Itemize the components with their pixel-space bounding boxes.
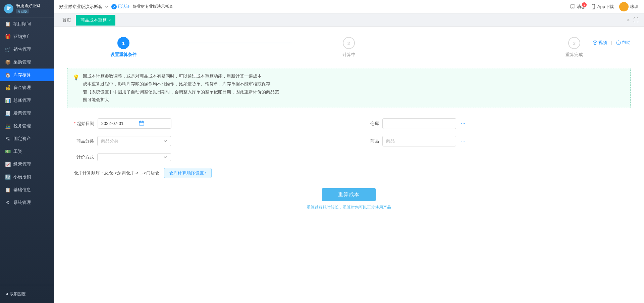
info-bulb-icon: 💡 bbox=[73, 73, 79, 104]
sidebar-item-marketing[interactable]: 🎁 营销推广 bbox=[0, 30, 54, 43]
sidebar-item-project[interactable]: 📋 项目顾问 bbox=[0, 17, 54, 30]
notification-badge-count: 1 bbox=[582, 2, 587, 7]
messages-button[interactable]: 消息 1 bbox=[570, 4, 585, 10]
form-row-2: 商品分类 商品分类 商品 商品 ··· bbox=[74, 136, 624, 146]
sidebar-item-invoice[interactable]: 🧾 发票管理 bbox=[0, 107, 54, 120]
sidebar-item-expense[interactable]: 🔄 小畅报销 bbox=[0, 171, 54, 183]
tab-cost-recalc[interactable]: 商品成本重算 × bbox=[76, 15, 115, 26]
sidebar-item-system[interactable]: ⚙ 系统管理 bbox=[0, 196, 54, 209]
system-icon: ⚙ bbox=[5, 200, 11, 206]
sidebar-unpin-button[interactable]: ◄ 取消固定 bbox=[0, 288, 54, 300]
step-1: 1 设置重算条件 bbox=[67, 37, 180, 58]
sales-icon: 🛒 bbox=[5, 46, 11, 52]
verified-icon bbox=[111, 4, 117, 9]
info-box-text: 因成本计算参数调整，或是对商品成本有疑问时，可以通过成本重算功能，重新计算一遍成… bbox=[83, 72, 279, 104]
category-select[interactable]: 商品分类 bbox=[97, 136, 171, 146]
svg-text:?: ? bbox=[618, 41, 619, 45]
stepbar: 1 设置重算条件 2 计算中 3 重算完成 bbox=[67, 37, 631, 58]
account-name-label: 好业财专业版演示帐套 bbox=[59, 4, 103, 10]
start-date-input[interactable]: 2022-07-01 bbox=[98, 118, 171, 129]
step-3-label: 重算完成 bbox=[566, 52, 583, 58]
help-icon: ? bbox=[616, 40, 621, 45]
category-field: 商品分类 商品分类 bbox=[74, 136, 339, 146]
warehouse-order-label: 仓库计算顺序：总仓->深圳仓库->...->门店仓 bbox=[74, 170, 159, 176]
warehouse-order-row: 仓库计算顺序：总仓->深圳仓库->...->门店仓 仓库计算顺序设置 › bbox=[74, 168, 624, 178]
user-avatar bbox=[619, 2, 629, 11]
product-label: 商品 bbox=[359, 138, 379, 144]
project-icon: 📋 bbox=[5, 21, 11, 27]
payroll-icon: 💵 bbox=[5, 148, 11, 155]
svg-point-4 bbox=[621, 8, 627, 11]
app-logo-text: 畅捷通好业财 专业版 bbox=[16, 3, 40, 14]
window-expand-button[interactable]: ⛶ bbox=[633, 17, 639, 23]
category-chevron-icon bbox=[163, 139, 167, 143]
accounting-icon: 📊 bbox=[5, 97, 11, 103]
step-line-2 bbox=[405, 43, 518, 43]
warehouse-input[interactable] bbox=[382, 118, 456, 129]
assets-icon: 🏗 bbox=[5, 136, 11, 142]
window-close-button[interactable]: × bbox=[627, 17, 630, 23]
tab-home[interactable]: 首页 bbox=[58, 15, 76, 26]
step-1-label: 设置重算条件 bbox=[110, 52, 137, 58]
help-button[interactable]: ? 帮助 bbox=[616, 40, 631, 46]
step-3-circle: 3 bbox=[568, 37, 580, 49]
sidebar-item-operations[interactable]: 📈 经营管理 bbox=[0, 158, 54, 171]
svg-point-3 bbox=[622, 4, 626, 7]
sidebar-item-assets[interactable]: 🏗 固定资产 bbox=[0, 132, 54, 145]
step-2-label: 计算中 bbox=[342, 52, 356, 58]
user-avatar-area[interactable]: 珠珠 bbox=[619, 2, 639, 11]
product-more-button[interactable]: ··· bbox=[460, 138, 467, 144]
warehouse-field: 仓库 ··· bbox=[359, 118, 624, 129]
content-area: 1 设置重算条件 2 计算中 3 重算完成 bbox=[54, 27, 644, 303]
step-line-1 bbox=[180, 43, 292, 43]
svg-rect-9 bbox=[139, 121, 144, 125]
topbar-verified: 已认证 好业财专业版演示帐套 bbox=[111, 4, 173, 9]
pricing-chevron-icon bbox=[163, 155, 167, 159]
svg-marker-6 bbox=[594, 42, 596, 44]
form-area: 起始日期 2022-07-01 仓库 ··· bbox=[67, 118, 631, 178]
pricing-select[interactable] bbox=[97, 153, 171, 161]
dropdown-chevron-icon bbox=[105, 5, 109, 9]
sidebar-item-capital[interactable]: 💰 资金管理 bbox=[0, 81, 54, 94]
sidebar-logo: 财 畅捷通好业财 专业版 bbox=[0, 0, 54, 17]
tax-icon: 🧮 bbox=[5, 123, 11, 129]
window-controls: × ⛶ bbox=[627, 13, 639, 27]
form-row-1: 起始日期 2022-07-01 仓库 ··· bbox=[74, 118, 624, 129]
purchase-icon: 📦 bbox=[5, 59, 11, 65]
expense-icon: 🔄 bbox=[5, 174, 11, 180]
topbar: 好业财专业版演示帐套 已认证 好业财专业版演示帐套 消息 1 App下载 bbox=[54, 0, 644, 13]
warehouse-more-button[interactable]: ··· bbox=[460, 121, 467, 127]
warehouse-order-settings-button[interactable]: 仓库计算顺序设置 › bbox=[164, 168, 212, 178]
topbar-account[interactable]: 好业财专业版演示帐套 bbox=[59, 4, 109, 10]
marketing-icon: 🎁 bbox=[5, 34, 11, 40]
verified-label: 已认证 bbox=[118, 4, 130, 9]
tab-close-icon[interactable]: × bbox=[109, 18, 111, 22]
pricing-field: 计价方式 bbox=[74, 153, 339, 161]
recalc-button[interactable]: 重算成本 bbox=[322, 188, 376, 201]
sidebar-item-inventory[interactable]: 🏠 库存核算 bbox=[0, 69, 54, 81]
sidebar-item-basic[interactable]: 📋 基础信息 bbox=[0, 183, 54, 196]
app-download-button[interactable]: App下载 bbox=[591, 4, 614, 10]
operations-icon: 📈 bbox=[5, 161, 11, 167]
pricing-label: 计价方式 bbox=[74, 154, 94, 160]
recalc-area: 重算成本 重算过程耗时较长，重算时您可以正常使用产品 bbox=[67, 188, 631, 210]
product-field: 商品 商品 ··· bbox=[359, 136, 624, 146]
sidebar-item-payroll[interactable]: 💵 工资 bbox=[0, 145, 54, 158]
svg-point-2 bbox=[593, 8, 594, 9]
video-button[interactable]: 视频 bbox=[593, 40, 607, 46]
warehouse-label: 仓库 bbox=[359, 121, 379, 127]
calendar-icon[interactable] bbox=[139, 120, 144, 127]
step-2: 2 计算中 bbox=[292, 37, 405, 58]
category-label: 商品分类 bbox=[74, 138, 94, 144]
invoice-icon: 🧾 bbox=[5, 110, 11, 116]
recalc-hint: 重算过程耗时较长，重算时您可以正常使用产品 bbox=[307, 205, 391, 210]
sidebar-item-purchase[interactable]: 📦 采购管理 bbox=[0, 56, 54, 69]
sidebar-item-tax[interactable]: 🧮 税务管理 bbox=[0, 120, 54, 132]
product-input[interactable]: 商品 bbox=[382, 136, 456, 146]
tabbar: 首页 商品成本重算 × × ⛶ bbox=[54, 13, 644, 27]
step-actions: 视频 | ? 帮助 bbox=[593, 40, 631, 46]
sidebar: 财 畅捷通好业财 专业版 📋 项目顾问 🎁 营销推广 🛒 销售管理 📦 采购管理… bbox=[0, 0, 54, 303]
sidebar-item-sales[interactable]: 🛒 销售管理 bbox=[0, 43, 54, 56]
app-logo-icon: 财 bbox=[4, 4, 13, 13]
sidebar-item-accounting[interactable]: 📊 总账管理 bbox=[0, 94, 54, 107]
